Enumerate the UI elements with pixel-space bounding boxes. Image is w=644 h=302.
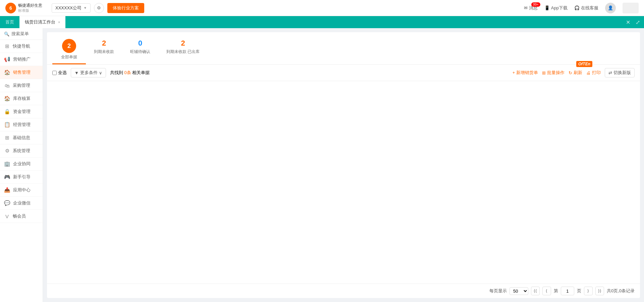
stat-tab-wangwang-pending[interactable]: 0旺辅待确认 xyxy=(122,36,158,64)
appstore-icon: 📥 xyxy=(4,187,10,193)
stats-tabs: 2全部单据2到期未收款0旺辅待确认2到期未收款 已出库 xyxy=(47,32,640,65)
prev-page-button[interactable]: ⟨ xyxy=(542,287,551,295)
sidebar-item-marketing[interactable]: 📢营销推广 xyxy=(0,53,43,66)
logo-icon: 6 xyxy=(5,3,16,13)
print-icon: 🖨 xyxy=(586,70,591,75)
operation-icon: 📋 xyxy=(4,122,10,128)
stat-num: 2 xyxy=(181,39,185,48)
tab-home[interactable]: 首页 xyxy=(0,16,19,28)
stat-tab-overdue-unshipped[interactable]: 2到期未收款 已出库 xyxy=(158,36,208,64)
basic-icon: ⊞ xyxy=(4,135,10,141)
stat-num: 2 xyxy=(62,39,76,53)
sidebar-item-appstore[interactable]: 📥应用中心 xyxy=(0,184,43,197)
add-sales-order-button[interactable]: + 新增销货单 xyxy=(513,70,538,76)
main-content: 2全部单据2到期未收款0旺辅待确认2到期未收款 已出库 全选 ▼ 更多条件 ∨ … xyxy=(43,28,644,302)
sidebar-item-operation[interactable]: 📋经营管理 xyxy=(0,118,43,131)
stat-tab-overdue-unpaid[interactable]: 2到期未收款 xyxy=(86,36,122,64)
logo-area: 6 畅捷通好生意 标准版 xyxy=(5,3,48,13)
page-number-input[interactable] xyxy=(561,287,574,295)
headset-icon: 🎧 xyxy=(574,5,580,10)
toolbar-right: + 新增销货单 ⊞ 批量操作 ↻ 刷新 🖨 打印 ⇄ 切换新版 xyxy=(513,68,635,77)
close-window-button[interactable]: ✕ xyxy=(625,18,632,27)
sidebar-item-member[interactable]: V畅会员 xyxy=(0,210,43,223)
sidebar-item-quick-nav[interactable]: ⊞快捷导航 xyxy=(0,40,43,53)
first-page-button[interactable]: ⟨⟨ xyxy=(531,287,540,295)
select-all-checkbox[interactable]: 全选 xyxy=(52,70,67,76)
header-left: 6 畅捷通好生意 标准版 XXXXXX公司 ▼ ⚙ 体验行业方案 xyxy=(5,3,144,13)
switch-icon: ⇄ xyxy=(608,70,612,75)
user-name[interactable] xyxy=(623,3,639,13)
message-badge: 99+ xyxy=(531,2,540,7)
sidebar-item-inventory[interactable]: 🏠库存核算 xyxy=(0,92,43,105)
maximize-window-button[interactable]: ⤢ xyxy=(634,18,641,27)
stat-num: 0 xyxy=(138,39,142,48)
sidebar-item-coop[interactable]: 🏢企业协同 xyxy=(0,158,43,171)
chevron-down-icon: ▼ xyxy=(84,6,87,10)
message-icon: ✉ xyxy=(524,5,528,10)
settings-icon[interactable]: ⚙ xyxy=(94,3,104,13)
inventory-icon: 🏠 xyxy=(4,96,10,102)
stat-tab-all[interactable]: 2全部单据 xyxy=(52,36,86,64)
message-action[interactable]: ✉ 消息 99+ xyxy=(524,5,538,11)
batch-icon: ⊞ xyxy=(542,70,546,75)
purchase-icon: 🛍 xyxy=(4,83,10,88)
top-header: 6 畅捷通好生意 标准版 XXXXXX公司 ▼ ⚙ 体验行业方案 ✉ 消息 99… xyxy=(0,0,644,16)
nav-tabs: 首页 钱货日清工作台 × ✕ ⤢ xyxy=(0,16,644,28)
online-service-action[interactable]: 🎧 在线客服 xyxy=(574,5,598,11)
header-right: ✉ 消息 99+ 📱 App下载 🎧 在线客服 👤 xyxy=(524,3,639,13)
logo-text: 畅捷通好生意 标准版 xyxy=(18,3,42,13)
stat-num: 2 xyxy=(102,39,106,48)
sidebar-search[interactable]: 🔍 搜索菜单 xyxy=(0,28,43,40)
content-inner: 2全部单据2到期未收款0旺辅待确认2到期未收款 已出库 全选 ▼ 更多条件 ∨ … xyxy=(47,32,640,298)
next-page-button[interactable]: ⟩ xyxy=(584,287,593,295)
avatar[interactable]: 👤 xyxy=(605,3,616,13)
switch-version-button[interactable]: ⇄ 切换新版 xyxy=(605,68,635,77)
quick-nav-icon: ⊞ xyxy=(4,43,10,49)
toolbar: 全选 ▼ 更多条件 ∨ 共找到 0条 相关单据 + 新增销货单 ⊞ 批量操作 ↻ xyxy=(47,65,640,81)
often-badge: OfTEn xyxy=(576,61,592,67)
refresh-button[interactable]: ↻ 刷新 xyxy=(569,70,582,76)
newbie-icon: 🎮 xyxy=(4,174,10,180)
app-download-action[interactable]: 📱 App下载 xyxy=(544,5,568,11)
wechat-icon: 💬 xyxy=(4,200,10,206)
sidebar-item-wechat[interactable]: 💬企业微信 xyxy=(0,197,43,210)
filter-icon: ▼ xyxy=(74,70,79,75)
batch-operation-button[interactable]: ⊞ 批量操作 xyxy=(542,70,565,76)
sidebar-item-sales[interactable]: 🏠销售管理 xyxy=(0,66,43,79)
table-area xyxy=(47,81,640,284)
nav-tab-actions: ✕ ⤢ xyxy=(625,18,644,27)
last-page-button[interactable]: ⟩⟩ xyxy=(595,287,604,295)
system-icon: ⚙ xyxy=(4,148,10,154)
sidebar-item-purchase[interactable]: 🛍采购管理 xyxy=(0,79,43,92)
select-all-input[interactable] xyxy=(52,71,57,75)
download-icon: 📱 xyxy=(544,5,550,10)
per-page-select[interactable]: 50 10 20 100 xyxy=(509,287,528,295)
pagination: 每页显示 50 10 20 100 ⟨⟨ ⟨ 第 页 ⟩ ⟩⟩ 共0页,0条记录 xyxy=(47,284,640,298)
trial-button[interactable]: 体验行业方案 xyxy=(107,3,144,13)
search-icon: 🔍 xyxy=(4,32,9,37)
finance-icon: 🔒 xyxy=(4,109,10,115)
chevron-icon: ∨ xyxy=(99,70,102,75)
sidebar-item-newbie[interactable]: 🎮新手引导 xyxy=(0,171,43,184)
sidebar-item-finance[interactable]: 🔒资金管理 xyxy=(0,105,43,118)
sidebar: 🔍 搜索菜单 ⊞快捷导航📢营销推广🏠销售管理🛍采购管理🏠库存核算🔒资金管理📋经营… xyxy=(0,28,43,302)
sidebar-item-system[interactable]: ⚙系统管理 xyxy=(0,144,43,158)
company-selector[interactable]: XXXXXX公司 ▼ xyxy=(52,3,91,13)
print-button[interactable]: 🖨 打印 xyxy=(586,70,601,76)
marketing-icon: 📢 xyxy=(4,56,10,62)
filter-button[interactable]: ▼ 更多条件 ∨ xyxy=(71,68,106,77)
member-icon: V xyxy=(4,214,10,219)
tab-daily-work[interactable]: 钱货日清工作台 × xyxy=(19,16,65,28)
refresh-icon: ↻ xyxy=(569,70,572,75)
coop-icon: 🏢 xyxy=(4,161,10,167)
total-label: 共0页,0条记录 xyxy=(607,288,635,294)
sales-icon: 🏠 xyxy=(4,69,10,75)
sidebar-item-basic[interactable]: ⊞基础信息 xyxy=(0,131,43,144)
close-tab-icon[interactable]: × xyxy=(58,20,60,24)
found-text: 共找到 0条 相关单据 xyxy=(110,70,150,76)
